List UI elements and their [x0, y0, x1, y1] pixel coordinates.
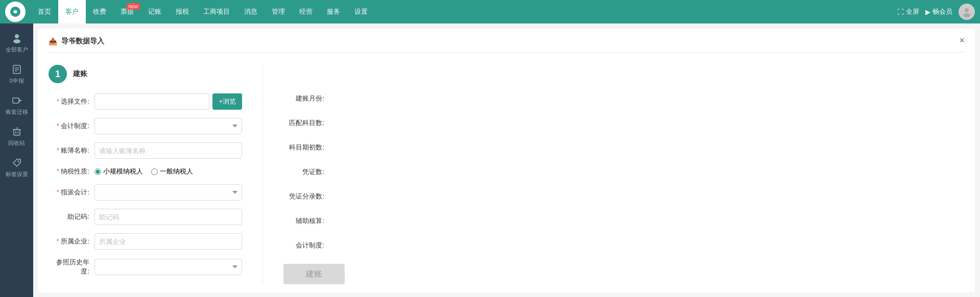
- sidebar-label-zero-filing: 0申报: [9, 77, 23, 85]
- nav-operations[interactable]: 经营: [292, 0, 320, 23]
- sidebar-item-all-customers[interactable]: 全部客户: [0, 28, 33, 59]
- file-label: 选择文件:: [49, 97, 94, 106]
- page-panel: 📤 导爷数据导入 × 1 建账 选择文件:: [38, 29, 975, 292]
- tax-type-label: 纳税性质:: [49, 167, 94, 176]
- voucher-count-label: 凭证数:: [283, 167, 329, 177]
- top-nav-right: ⛶ 全屏 ▶ 畅会员: [897, 4, 975, 20]
- migration-icon: [11, 95, 22, 106]
- aux-calc-value: [329, 213, 965, 229]
- step-label: 建账: [73, 69, 87, 79]
- fullscreen-label: 全屏: [906, 7, 919, 16]
- nav-business[interactable]: 工商项目: [196, 0, 237, 23]
- right-accounting-system-row: 会计制度:: [283, 237, 965, 254]
- initial-subjects-row: 科目期初数:: [283, 139, 965, 156]
- sidebar-label-recycle: 回收站: [8, 139, 25, 147]
- aux-calc-row: 辅助核算:: [283, 213, 965, 229]
- play-icon: ▶: [925, 8, 930, 16]
- nav-home[interactable]: 首页: [31, 0, 58, 23]
- nav-services[interactable]: 服务: [320, 0, 347, 23]
- accounting-system-label: 会计制度:: [49, 121, 94, 131]
- form-left: 1 建账 选择文件: +浏览 会计制度:: [49, 65, 263, 284]
- sidebar-item-zero-filing[interactable]: 0申报: [0, 59, 33, 90]
- step-header: 1 建账: [49, 65, 242, 83]
- account-month-value: [329, 90, 965, 107]
- account-name-label: 账簿名称:: [49, 146, 94, 155]
- file-input[interactable]: [94, 93, 209, 110]
- sidebar-item-tag-settings[interactable]: 标签设置: [0, 152, 33, 183]
- form-right: 建账月份: 匹配科目数: 科目期初数: 凭证数:: [263, 65, 965, 284]
- match-subjects-value: [329, 115, 965, 131]
- svg-rect-10: [13, 98, 19, 103]
- nav-fees[interactable]: 收费: [86, 0, 113, 23]
- tax-type-radio-group: 小规模纳税人 一般纳税人: [94, 167, 242, 176]
- assign-accountant-label: 指派会计:: [49, 188, 94, 197]
- fullscreen-icon: ⛶: [897, 8, 904, 16]
- svg-point-1: [14, 10, 17, 13]
- mnemonic-label: 助记码:: [49, 212, 94, 221]
- svg-point-3: [963, 13, 970, 17]
- history-year-select[interactable]: [94, 259, 242, 275]
- nav-tax[interactable]: 报税: [169, 0, 196, 23]
- svg-point-16: [17, 161, 19, 162]
- nav-customers[interactable]: 客户: [58, 0, 86, 23]
- account-month-label: 建账月份:: [283, 94, 329, 103]
- radio-general[interactable]: 一般纳税人: [151, 167, 193, 176]
- browse-button[interactable]: +浏览: [212, 93, 242, 110]
- aux-calc-label: 辅助核算:: [283, 216, 329, 226]
- initial-subjects-label: 科目期初数:: [283, 143, 329, 152]
- assign-accountant-select[interactable]: [94, 184, 242, 201]
- top-navigation: 首页 客户 收费 票据 new 记账 报税 工商项目 消息 管理 经营 服务 设…: [0, 0, 980, 23]
- nav-bookkeeping[interactable]: 记账: [141, 0, 169, 23]
- sidebar-label-all-customers: 全部客户: [6, 46, 28, 54]
- svg-point-4: [15, 34, 19, 38]
- radio-small-scale[interactable]: 小规模纳税人: [94, 167, 143, 176]
- initial-subjects-value: [329, 139, 965, 156]
- tax-type-row: 纳税性质: 小规模纳税人 一般纳税人: [49, 167, 242, 176]
- new-badge: new: [127, 3, 140, 10]
- member-label: 畅会员: [933, 7, 952, 16]
- form-layout: 1 建账 选择文件: +浏览 会计制度:: [49, 65, 965, 284]
- mnemonic-input[interactable]: [94, 209, 242, 225]
- sidebar-label-account-migration: 账套迁移: [6, 108, 28, 116]
- match-subjects-row: 匹配科目数:: [283, 115, 965, 131]
- history-year-row: 参照历史年度:: [49, 258, 242, 276]
- app-logo[interactable]: [5, 2, 26, 22]
- svg-point-5: [13, 39, 20, 43]
- panel-title: 导爷数据导入: [61, 37, 104, 46]
- history-year-label: 参照历史年度:: [49, 258, 94, 276]
- right-accounting-system-value: [329, 237, 965, 254]
- close-button[interactable]: ×: [959, 36, 965, 45]
- voucher-entries-label: 凭证分录数:: [283, 192, 329, 201]
- upload-icon: 📤: [49, 37, 57, 45]
- member-button[interactable]: ▶ 畅会员: [925, 7, 952, 16]
- step-circle: 1: [49, 65, 67, 83]
- account-month-row: 建账月份:: [283, 90, 965, 107]
- user-avatar[interactable]: [959, 4, 975, 20]
- account-name-input[interactable]: [94, 142, 242, 159]
- sidebar-item-account-migration[interactable]: 账套迁移: [0, 90, 33, 121]
- match-subjects-label: 匹配科目数:: [283, 118, 329, 128]
- filing-icon: [11, 64, 22, 75]
- nav-messages[interactable]: 消息: [237, 0, 265, 23]
- accounting-system-select[interactable]: [94, 118, 242, 134]
- content-area: 📤 导爷数据导入 × 1 建账 选择文件:: [33, 23, 980, 297]
- svg-point-2: [965, 8, 969, 12]
- company-input[interactable]: [94, 233, 242, 250]
- radio-small-scale-label: 小规模纳税人: [103, 167, 143, 176]
- sidebar-item-recycle[interactable]: 回收站: [0, 121, 33, 152]
- nav-settings[interactable]: 设置: [347, 0, 375, 23]
- nav-invoices[interactable]: 票据 new: [113, 0, 141, 23]
- assign-accountant-row: 指派会计:: [49, 184, 242, 201]
- nav-management[interactable]: 管理: [265, 0, 292, 23]
- file-input-group: +浏览: [94, 93, 242, 110]
- voucher-entries-value: [329, 188, 965, 205]
- user-icon: [11, 33, 22, 44]
- account-name-row: 账簿名称:: [49, 142, 242, 159]
- fullscreen-button[interactable]: ⛶ 全屏: [897, 7, 919, 16]
- create-account-button[interactable]: 建账: [283, 264, 345, 284]
- trash-icon: [11, 126, 22, 137]
- main-layout: 全部客户 0申报 账套迁移 回收站 标签设置: [0, 23, 980, 297]
- right-accounting-system-label: 会计制度:: [283, 241, 329, 250]
- panel-header: 📤 导爷数据导入: [49, 37, 965, 53]
- company-row: 所属企业:: [49, 233, 242, 250]
